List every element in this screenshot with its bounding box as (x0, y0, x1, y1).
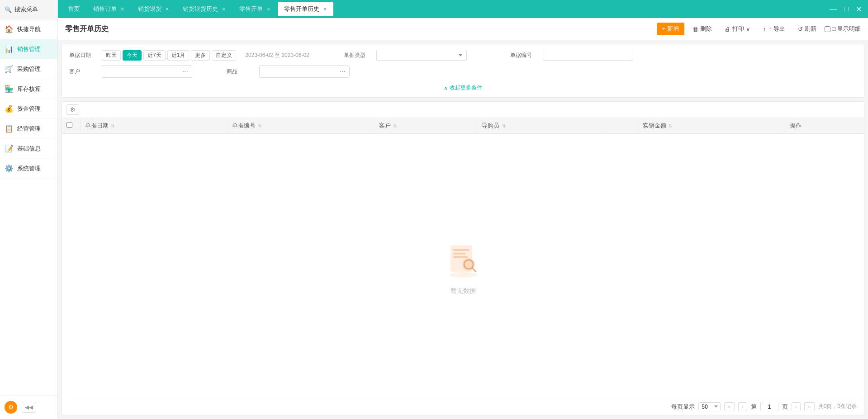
export-icon: ↑ (763, 26, 766, 33)
content-area: 零售开单历史 + 新增 🗑 删除 🖨 打印 ∨ ↑ ↑ 导出 ↺ 刷新 (58, 18, 868, 419)
first-page-button[interactable]: « (724, 402, 735, 411)
finance-icon: 💰 (5, 104, 14, 113)
date-btn-today[interactable]: 今天 (123, 50, 142, 61)
main-area: 首页 销售订单 ✕ 销货退货 ✕ 销货退货历史 ✕ 零售开单 ✕ 零售开单历史 … (58, 0, 868, 419)
sidebar-item-label: 采购管理 (17, 65, 41, 73)
next-page-button[interactable]: › (792, 402, 801, 411)
tab-sales-return[interactable]: 销货退货 ✕ (132, 2, 175, 16)
tab-sales-return-history-label: 销货退货历史 (183, 5, 218, 13)
date-btn-7days[interactable]: 近7天 (143, 50, 166, 61)
tab-retail-open-history-label: 零售开单历史 (284, 5, 319, 13)
th-customer-sort-icon[interactable]: ⇅ (394, 123, 397, 128)
goods-filter-input[interactable] (261, 68, 338, 75)
table-area: ⚙ 单据日期 ⇅ 单据编号 ⇅ (62, 101, 864, 415)
tab-sales-order[interactable]: 销售订单 ✕ (87, 2, 131, 16)
basic-icon: 📝 (5, 144, 14, 153)
table-header: 单据日期 ⇅ 单据编号 ⇅ 客户 ⇅ 导购员 ⇅ (62, 118, 864, 134)
tab-sales-order-close[interactable]: ✕ (120, 6, 124, 12)
per-page-select[interactable]: 50 10 20 100 (698, 402, 721, 411)
home-icon: 🏠 (5, 25, 14, 33)
delete-button[interactable]: 🗑 删除 (688, 23, 716, 35)
page-title: 零售开单历史 (65, 24, 109, 34)
tab-home[interactable]: 首页 (62, 2, 86, 16)
goods-filter-wrapper: ··· (259, 65, 350, 78)
search-icon: 🔍 (5, 6, 12, 13)
th-number-sort-icon[interactable]: ⇅ (258, 123, 261, 128)
table-settings-icon: ⚙ (70, 106, 76, 113)
th-date-sort-icon[interactable]: ⇅ (111, 123, 114, 128)
print-label: 打印 (732, 25, 744, 33)
th-customer: 客户 ⇅ (374, 118, 477, 134)
sidebar-item-inventory[interactable]: 🏪 库存核算 (0, 79, 57, 99)
add-button[interactable]: + 新增 (657, 23, 684, 35)
tabs-right-controls: — □ ✕ (827, 3, 864, 15)
print-dropdown-icon: ∨ (746, 26, 750, 33)
settings-gear-button[interactable]: ⚙ (5, 401, 17, 414)
collapse-more-label: 收起更多条件 (450, 84, 482, 92)
collapse-more-button[interactable]: ∧ 收起更多条件 (444, 82, 482, 92)
tab-retail-open-close[interactable]: ✕ (266, 6, 270, 12)
display-detail-checkbox[interactable] (825, 26, 830, 32)
sidebar-item-finance[interactable]: 💰 资金管理 (0, 99, 57, 119)
sidebar-item-basic[interactable]: 📝 基础信息 (0, 139, 57, 159)
tab-retail-open-history-close[interactable]: ✕ (323, 6, 327, 12)
window-maximize-button[interactable]: □ (841, 3, 851, 15)
tab-retail-open[interactable]: 零售开单 ✕ (233, 2, 277, 16)
sidebar-search[interactable]: 🔍 搜索采单 (0, 0, 57, 19)
tab-sales-order-label: 销售订单 (93, 5, 117, 13)
prev-page-button[interactable]: ‹ (738, 402, 747, 411)
sidebar-item-sales[interactable]: 📊 销售管理 (0, 39, 57, 59)
date-range-text: 2023-06-02 至 2023-06-02 (245, 52, 309, 59)
customer-filter-dots-button[interactable]: ··· (180, 66, 190, 76)
window-minimize-button[interactable]: — (827, 3, 840, 15)
export-button[interactable]: ↑ ↑ 导出 (759, 23, 790, 35)
sidebar: 🔍 搜索采单 🏠 快捷导航 📊 销售管理 🛒 采购管理 🏪 库存核算 💰 资金管… (0, 0, 58, 419)
empty-illustration (441, 236, 486, 282)
filter-area: 单据日期 昨天 今天 近7天 近1月 更多 自定义 2023-06-02 至 2… (62, 44, 864, 98)
th-checkbox (62, 118, 80, 134)
date-btn-custom[interactable]: 自定义 (212, 50, 236, 61)
tab-sales-return-history[interactable]: 销货退货历史 ✕ (176, 2, 232, 16)
delete-label: 删除 (700, 25, 712, 33)
sidebar-item-label: 系统管理 (17, 165, 41, 173)
date-btn-more[interactable]: 更多 (191, 50, 210, 61)
operations-icon: 📋 (5, 124, 14, 133)
customer-filter-input[interactable] (104, 68, 180, 75)
goods-filter-dots-button[interactable]: ··· (338, 66, 347, 76)
number-filter-input[interactable] (543, 50, 633, 61)
select-all-checkbox[interactable] (66, 122, 72, 128)
date-btn-yesterday[interactable]: 昨天 (102, 50, 121, 61)
svg-line-7 (472, 268, 476, 272)
svg-rect-3 (453, 253, 466, 254)
sidebar-item-label: 快捷导航 (17, 25, 41, 33)
last-page-button[interactable]: » (804, 402, 815, 411)
table-settings-button[interactable]: ⚙ (66, 104, 79, 115)
print-button[interactable]: 🖨 打印 ∨ (720, 23, 755, 35)
sidebar-collapse-button[interactable]: ◀◀ (22, 402, 36, 413)
sidebar-footer: ⚙ ◀◀ (0, 395, 57, 419)
sidebar-item-purchase[interactable]: 🛒 采购管理 (0, 59, 57, 79)
tab-sales-return-label: 销货退货 (138, 5, 161, 13)
tab-retail-open-history[interactable]: 零售开单历史 ✕ (278, 2, 333, 16)
window-close-button[interactable]: ✕ (853, 3, 864, 15)
th-amount-sort-icon[interactable]: ⇅ (669, 123, 672, 128)
sidebar-item-quick-nav[interactable]: 🏠 快捷导航 (0, 19, 57, 39)
page-label: 第 (751, 403, 757, 411)
sidebar-item-label: 销售管理 (17, 45, 41, 53)
type-filter-select[interactable] (376, 50, 467, 61)
date-filter-buttons: 昨天 今天 近7天 近1月 更多 自定义 (102, 50, 236, 61)
sidebar-item-system[interactable]: ⚙️ 系统管理 (0, 159, 57, 179)
refresh-button[interactable]: ↺ 刷新 (793, 23, 821, 35)
sidebar-item-operations[interactable]: 📋 经营管理 (0, 119, 57, 139)
th-salesperson-sort-icon[interactable]: ⇅ (502, 123, 506, 128)
system-icon: ⚙️ (5, 164, 14, 173)
display-detail-label[interactable]: □ 显示明细 (825, 25, 861, 33)
type-filter-wrapper (376, 50, 485, 61)
svg-rect-2 (453, 249, 470, 251)
tab-sales-return-close[interactable]: ✕ (165, 6, 169, 12)
page-number-input[interactable] (760, 402, 778, 411)
per-page-label: 每页显示 (671, 403, 695, 411)
date-btn-1month[interactable]: 近1月 (167, 50, 190, 61)
th-customer-label: 客户 (379, 122, 391, 129)
tab-sales-return-history-close[interactable]: ✕ (222, 6, 226, 12)
